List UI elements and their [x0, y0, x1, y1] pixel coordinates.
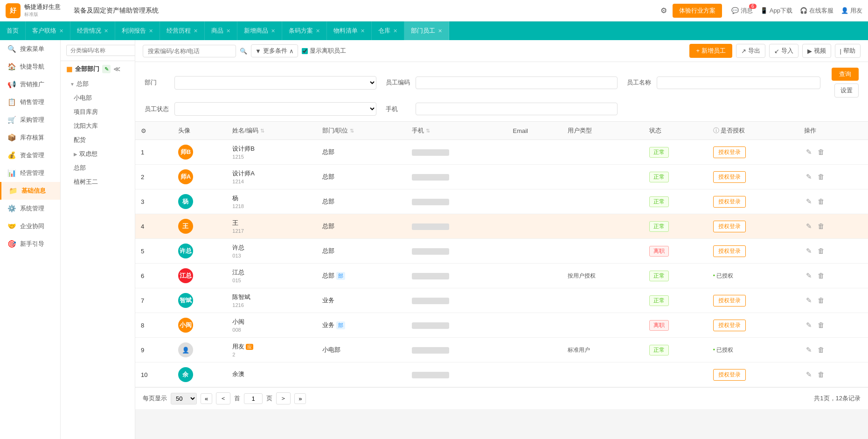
dept-filter-select[interactable]: [174, 76, 376, 90]
sidebar-item-purchase[interactable]: 🛒 采购管理: [0, 111, 60, 129]
tab-customer[interactable]: 客户联络 ✕: [26, 21, 70, 40]
user-item[interactable]: 👤 用友: [841, 7, 862, 15]
sidebar-item-operation[interactable]: 📊 经营管理: [0, 164, 60, 182]
search-submit-icon[interactable]: 🔍: [240, 48, 247, 55]
dept-all[interactable]: ▦ 全部部门 ✎ ≪: [61, 61, 135, 77]
edit-button[interactable]: ✎: [804, 295, 814, 306]
next-page-button[interactable]: ＞: [276, 392, 291, 404]
close-icon[interactable]: ✕: [104, 28, 108, 34]
edit-button[interactable]: ✎: [804, 345, 814, 355]
page-number-input[interactable]: [244, 393, 263, 404]
video-button[interactable]: ▶ 视频: [802, 44, 831, 58]
add-employee-button[interactable]: + 新增员工: [689, 44, 732, 58]
delete-button[interactable]: 🗑: [816, 196, 826, 206]
show-resigned-label[interactable]: 显示离职员工: [302, 47, 346, 55]
sidebar-item-guide[interactable]: 🎯 新手引导: [0, 235, 60, 253]
status-filter-select[interactable]: [174, 102, 376, 116]
dept-node-zonbu[interactable]: ▼ 总部: [61, 77, 135, 91]
filter-settings-button[interactable]: 设置: [834, 84, 859, 98]
tab-business[interactable]: 经营情况 ✕: [70, 21, 115, 40]
dept-node-shuanglv[interactable]: ▶ 双虑想: [61, 147, 135, 161]
first-page-button[interactable]: «: [201, 393, 212, 404]
tab-bom[interactable]: 物料清单 ✕: [327, 21, 372, 40]
sidebar-item-inventory[interactable]: 📦 库存核算: [0, 129, 60, 146]
edit-button[interactable]: ✎: [804, 196, 814, 207]
edit-button[interactable]: ✎: [804, 221, 814, 231]
dept-node-zhishu[interactable]: 植树王二: [61, 175, 135, 189]
auth-button[interactable]: 授权登录: [713, 196, 746, 208]
edit-button[interactable]: ✎: [804, 147, 814, 157]
sidebar-item-search[interactable]: 🔍 搜索菜单: [0, 40, 60, 58]
th-phone[interactable]: 手机 ⇅: [406, 122, 507, 140]
tab-goods[interactable]: 商品 ✕: [205, 21, 237, 40]
phone-filter-input[interactable]: [416, 103, 618, 115]
empname-filter-input[interactable]: [657, 77, 820, 89]
close-icon[interactable]: ✕: [271, 28, 275, 34]
tab-home[interactable]: 首页: [0, 21, 26, 40]
search-input[interactable]: [143, 45, 236, 57]
edit-button[interactable]: ✎: [804, 246, 814, 256]
delete-button[interactable]: 🗑: [816, 295, 826, 305]
delete-button[interactable]: 🗑: [816, 271, 826, 280]
sidebar-item-basic-info[interactable]: 📁 基础信息: [0, 182, 60, 200]
settings-gear-icon[interactable]: ⚙: [660, 6, 667, 15]
edit-button[interactable]: ✎: [804, 271, 814, 281]
collapse-btn[interactable]: ≪: [113, 65, 120, 73]
th-settings[interactable]: ⚙: [135, 122, 173, 140]
close-icon[interactable]: ✕: [226, 28, 230, 34]
edit-button[interactable]: ✎: [804, 320, 814, 330]
close-icon[interactable]: ✕: [361, 28, 365, 34]
auth-button[interactable]: 授权登录: [713, 146, 746, 158]
help-button[interactable]: | 帮助: [835, 44, 861, 58]
tab-warehouse[interactable]: 仓库 ✕: [372, 21, 404, 40]
sidebar-item-sales[interactable]: 📋 销售管理: [0, 93, 60, 111]
last-page-button[interactable]: »: [294, 393, 306, 404]
dept-node-peihuo[interactable]: 配货: [61, 133, 135, 147]
tab-profit[interactable]: 利润报告 ✕: [115, 21, 160, 40]
sidebar-item-system[interactable]: ⚙️ 系统管理: [0, 200, 60, 217]
delete-button[interactable]: 🗑: [816, 172, 826, 181]
th-name-code[interactable]: 姓名/编码 ⇅: [227, 122, 317, 140]
dept-search-input[interactable]: [66, 45, 135, 56]
close-icon[interactable]: ✕: [438, 28, 442, 34]
empcode-filter-input[interactable]: [416, 77, 618, 89]
tab-history[interactable]: 经营历程 ✕: [160, 21, 205, 40]
dept-node-project[interactable]: 项目库房: [61, 105, 135, 119]
close-icon[interactable]: ✕: [316, 28, 320, 34]
edit-button[interactable]: ✎: [804, 172, 814, 182]
sidebar-item-marketing[interactable]: 📢 营销推广: [0, 76, 60, 93]
app-download-item[interactable]: 📱 App下载: [760, 7, 792, 15]
auth-button[interactable]: 授权登录: [713, 171, 746, 183]
dept-node-xiaodian[interactable]: 小电部: [61, 91, 135, 105]
edit-button[interactable]: ✎: [804, 369, 814, 380]
sidebar-item-collaboration[interactable]: 🤝 企业协同: [0, 217, 60, 235]
page-size-select[interactable]: 50 20 100: [171, 393, 197, 404]
auth-button[interactable]: 授权登录: [713, 369, 746, 381]
close-icon[interactable]: ✕: [194, 28, 198, 34]
delete-button[interactable]: 🗑: [816, 345, 826, 355]
trial-button[interactable]: 体验行业方案: [673, 4, 722, 18]
show-resigned-checkbox[interactable]: [302, 48, 308, 54]
auth-button[interactable]: 授权登录: [713, 295, 746, 307]
delete-button[interactable]: 🗑: [816, 147, 826, 157]
prev-page-button[interactable]: ＜: [216, 392, 230, 404]
dept-node-zongbu2[interactable]: 总部: [61, 161, 135, 175]
import-button[interactable]: ↙ 导入: [769, 44, 799, 58]
sidebar-item-quicknav[interactable]: 🏠 快捷导航: [0, 58, 60, 76]
delete-button[interactable]: 🗑: [816, 246, 826, 256]
sidebar-item-finance[interactable]: 💰 资金管理: [0, 146, 60, 164]
close-icon[interactable]: ✕: [149, 28, 153, 34]
edit-icon[interactable]: ✎: [102, 65, 111, 73]
auth-button[interactable]: 授权登录: [713, 245, 746, 257]
more-filter-btn[interactable]: ▼ 更多条件 ∧: [251, 44, 298, 57]
auth-button[interactable]: 授权登录: [713, 221, 746, 232]
th-dept[interactable]: 部门/职位 ⇅: [317, 122, 407, 140]
message-icon-item[interactable]: 💬 消息 6: [731, 7, 753, 15]
tab-barcode[interactable]: 条码方案 ✕: [282, 21, 327, 40]
tab-add-goods[interactable]: 新增商品 ✕: [237, 21, 282, 40]
export-button[interactable]: ↗ 导出: [736, 44, 765, 58]
delete-button[interactable]: 🗑: [816, 369, 826, 379]
dept-node-shenyang[interactable]: 沈阳大库: [61, 119, 135, 133]
close-icon[interactable]: ✕: [59, 28, 63, 34]
search-submit-button[interactable]: 查询: [832, 68, 859, 81]
